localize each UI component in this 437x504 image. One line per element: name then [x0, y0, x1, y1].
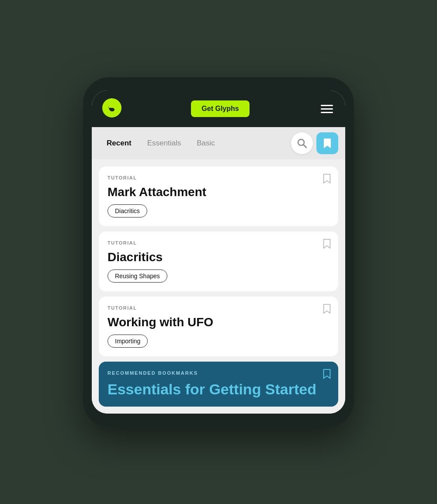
card-4-category: RECOMMENDED BOOKMARKS [108, 370, 329, 376]
tabs-row: Recent Essentials Basic [92, 127, 345, 159]
phone-frame: Get Glyphs Recent Essentials Basic [83, 77, 354, 426]
card-2-bookmark-button[interactable] [323, 238, 331, 250]
card-1-title: Mark Attachment [108, 186, 329, 199]
card-1-tag[interactable]: Diacritics [108, 204, 147, 217]
hamburger-line-1 [321, 105, 333, 106]
tabs-container: Recent Essentials Basic [99, 135, 288, 152]
tutorial-card-mark-attachment: TUTORIAL Mark Attachment Diacritics [99, 166, 338, 226]
nav-bar: Get Glyphs [92, 90, 345, 127]
tab-recent[interactable]: Recent [99, 135, 139, 152]
get-glyphs-button[interactable]: Get Glyphs [191, 100, 249, 117]
card-4-bookmark-button[interactable] [323, 369, 331, 380]
bookmark-active-icon [323, 138, 332, 148]
card-3-tag[interactable]: Importing [108, 335, 148, 348]
search-icon [297, 138, 307, 148]
card-1-bookmark-button[interactable] [323, 173, 331, 185]
card-4-title: Essentials for Getting Started [108, 381, 329, 398]
card-2-category: TUTORIAL [108, 240, 329, 245]
tab-essentials[interactable]: Essentials [139, 135, 189, 152]
card-3-bookmark-button[interactable] [323, 304, 331, 315]
card-1-category: TUTORIAL [108, 175, 329, 180]
card-3-title: Working with UFO [108, 316, 329, 329]
bookmark-icon [323, 369, 331, 379]
hamburger-line-2 [321, 108, 333, 110]
tab-basic[interactable]: Basic [189, 135, 223, 152]
recommended-card-essentials: RECOMMENDED BOOKMARKS Essentials for Get… [99, 362, 338, 407]
bookmark-icon [323, 304, 331, 314]
tutorial-card-diacritics: TUTORIAL Diacritics Reusing Shapes [99, 231, 338, 291]
tutorial-card-ufo: TUTORIAL Working with UFO Importing [99, 297, 338, 356]
bookmark-icon [323, 173, 331, 184]
search-button[interactable] [291, 132, 313, 154]
card-2-tag[interactable]: Reusing Shapes [108, 269, 167, 283]
content-area: TUTORIAL Mark Attachment Diacritics TUTO… [92, 159, 345, 413]
logo [102, 98, 121, 119]
bookmark-icon [323, 238, 331, 249]
bookmark-active-button[interactable] [316, 132, 338, 154]
card-3-category: TUTORIAL [108, 305, 329, 311]
card-2-title: Diacritics [108, 251, 329, 264]
hamburger-line-3 [321, 112, 333, 113]
svg-line-2 [304, 145, 307, 148]
hamburger-menu-button[interactable] [319, 103, 335, 115]
phone-screen: Get Glyphs Recent Essentials Basic [92, 90, 345, 413]
